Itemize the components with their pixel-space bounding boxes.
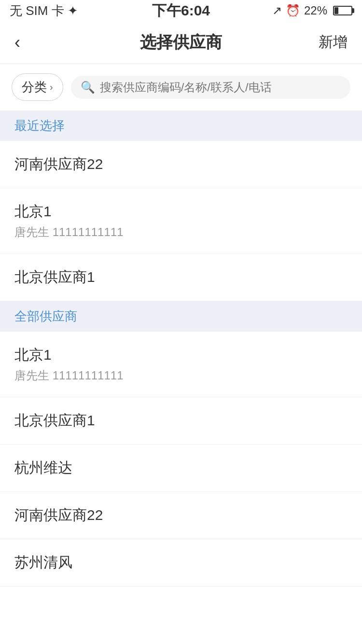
recent-section-label: 最近选择 xyxy=(14,118,65,133)
list-item[interactable]: 北京1唐先生 11111111111 xyxy=(0,332,362,397)
item-name: 北京1 xyxy=(14,345,348,365)
all-items-list: 北京1唐先生 11111111111北京供应商1杭州维达河南供应商22苏州清风 xyxy=(0,332,362,587)
item-name: 河南供应商22 xyxy=(14,505,348,525)
list-item[interactable]: 杭州维达 xyxy=(0,445,362,492)
item-name: 河南供应商22 xyxy=(14,154,348,174)
battery-icon xyxy=(333,6,352,15)
status-time: 下午6:04 xyxy=(152,1,210,21)
add-button[interactable]: 新增 xyxy=(319,32,348,52)
item-name: 杭州维达 xyxy=(14,458,348,478)
status-bar: 无 SIM 卡 ✦ 下午6:04 ↗ ⏰ 22% xyxy=(0,0,362,21)
item-name: 北京供应商1 xyxy=(14,267,348,287)
status-right: ↗ ⏰ 22% xyxy=(272,4,352,17)
filter-bar: 分类 › 🔍 xyxy=(0,64,362,111)
recent-section-header: 最近选择 xyxy=(0,111,362,141)
location-icon: ↗ xyxy=(272,4,282,17)
category-button[interactable]: 分类 › xyxy=(12,73,63,101)
back-button[interactable]: ‹ xyxy=(14,32,43,53)
battery-text: 22% xyxy=(304,4,327,17)
sim-status: 无 SIM 卡 ✦ xyxy=(10,2,78,19)
alarm-icon: ⏰ xyxy=(286,4,300,17)
category-label: 分类 xyxy=(22,79,47,96)
page-title: 选择供应商 xyxy=(140,31,222,54)
nav-bar: ‹ 选择供应商 新增 xyxy=(0,21,362,64)
chevron-right-icon: › xyxy=(50,82,53,93)
search-box: 🔍 xyxy=(71,76,350,99)
item-name: 苏州清风 xyxy=(14,553,348,573)
list-item[interactable]: 北京1唐先生 11111111111 xyxy=(0,188,362,254)
recent-items-list: 河南供应商22北京1唐先生 11111111111北京供应商1 xyxy=(0,141,362,301)
list-item[interactable]: 苏州清风 xyxy=(0,539,362,587)
search-icon: 🔍 xyxy=(81,81,95,94)
list-item[interactable]: 河南供应商22 xyxy=(0,141,362,188)
item-name: 北京1 xyxy=(14,202,348,222)
list-item[interactable]: 北京供应商1 xyxy=(0,254,362,301)
status-left: 无 SIM 卡 ✦ xyxy=(10,2,78,19)
search-input[interactable] xyxy=(100,81,341,94)
list-item[interactable]: 北京供应商1 xyxy=(0,397,362,445)
item-contact: 唐先生 11111111111 xyxy=(14,224,348,240)
list-item[interactable]: 河南供应商22 xyxy=(0,492,362,539)
all-section-header: 全部供应商 xyxy=(0,301,362,332)
item-name: 北京供应商1 xyxy=(14,411,348,431)
all-section-label: 全部供应商 xyxy=(14,309,77,323)
item-contact: 唐先生 11111111111 xyxy=(14,368,348,383)
